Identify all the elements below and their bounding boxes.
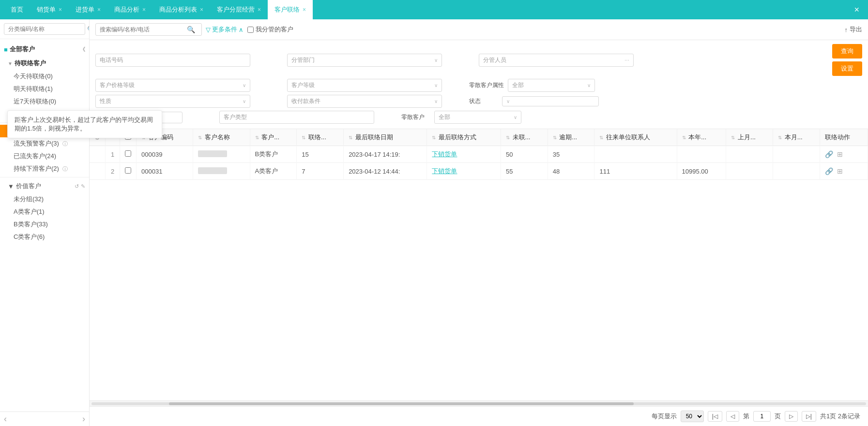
col-last-contact-method[interactable]: ⇅ 最后联络方式 <box>427 129 501 146</box>
manager-filter[interactable]: 分管人员 ··· <box>479 54 634 67</box>
close-window-button[interactable]: × <box>849 5 864 15</box>
row1-grid-icon[interactable]: ⊞ <box>837 150 843 158</box>
class-b-item[interactable]: B类客户(33) <box>0 218 89 231</box>
lost-warning-item[interactable]: 流失预警客户(3) ⓘ <box>0 137 89 150</box>
col-action: 联络动作 <box>820 129 868 146</box>
value-section-arrow-icon: ▼ <box>8 183 14 190</box>
my-customer-check[interactable] <box>247 27 254 33</box>
col-last-contact-date[interactable]: ⇅ 最后联络日期 <box>344 129 427 146</box>
row2-select <box>120 163 137 180</box>
within7-contact-item[interactable]: 近7天待联络(0) <box>0 95 89 108</box>
waiting-contact-section[interactable]: ▼ 待联络客户 <box>0 57 89 70</box>
nav-customer-contact[interactable]: 客户联络 × <box>268 0 313 19</box>
table-row: 2 000031 A类客户 7 2023-04-12 14:44: 下销货单 <box>90 163 868 180</box>
per-page-select[interactable]: 50 <box>681 411 704 422</box>
page-number-input[interactable] <box>753 411 771 422</box>
close-product-analysis-icon[interactable]: × <box>142 6 146 13</box>
class-a-item[interactable]: A类客户(1) <box>0 206 89 218</box>
row2-unit-contact: 111 <box>594 163 677 180</box>
dept-filter[interactable]: 分管部门 ∨ <box>287 54 442 67</box>
filter-row-2: 客户价格等级 ∨ 客户等级 ∨ 零散客户属性 全部 ∨ <box>95 79 862 92</box>
main-search-box[interactable]: 🔍 <box>95 23 202 36</box>
action-buttons: 查询 设置 <box>832 44 862 76</box>
class-c-item[interactable]: C类客户(6) <box>0 231 89 243</box>
nav-home[interactable]: 首页 <box>4 0 30 19</box>
price-level-arrow-icon: ∨ <box>243 83 246 88</box>
continuous-decline-item[interactable]: 持续下滑客户(2) ⓘ <box>0 162 89 175</box>
row2-grid-icon[interactable]: ⊞ <box>837 167 843 175</box>
row1-method-link[interactable]: 下销货单 <box>432 150 457 158</box>
col-last-month[interactable]: ⇅ 上月... <box>726 129 773 146</box>
col-overdue[interactable]: ⇅ 逾期... <box>548 129 594 146</box>
retail-customer-arrow-icon: ∨ <box>514 115 517 120</box>
retail-customer-filter[interactable]: 全部 ∨ <box>434 111 521 124</box>
col-customer-name[interactable]: ⇅ 客户名称 <box>193 129 250 146</box>
sidebar-scroll-right-icon[interactable]: › <box>82 414 85 424</box>
scrollbar-thumb[interactable] <box>169 402 634 405</box>
today-contact-item[interactable]: 今天待联络(0) <box>0 70 89 83</box>
close-purchase-order-icon[interactable]: × <box>97 6 101 13</box>
close-segmentation-icon[interactable]: × <box>258 6 261 13</box>
sidebar-search-input[interactable] <box>4 23 85 35</box>
main-search-input[interactable] <box>100 26 187 33</box>
status-filter[interactable]: ∨ <box>502 96 599 106</box>
col-contact-count[interactable]: ⇅ 联络... <box>297 129 344 146</box>
row2-link-icon[interactable]: 🔗 <box>825 167 833 175</box>
query-button[interactable]: 查询 <box>832 44 862 59</box>
gender-arrow-icon: ∨ <box>243 99 246 104</box>
value-customer-edit-icon[interactable]: ✎ <box>81 183 85 190</box>
next-page-button[interactable]: ▷ <box>785 411 798 422</box>
nav-product-analysis-list[interactable]: 商品分析列表 × <box>152 0 210 19</box>
payment-arrow-icon: ∨ <box>434 99 438 104</box>
row2-method-link[interactable]: 下销货单 <box>432 167 457 175</box>
close-sales-order-icon[interactable]: × <box>59 6 62 13</box>
sort-this-year-icon: ⇅ <box>682 135 686 140</box>
payment-filter[interactable]: 收付款条件 ∨ <box>287 95 442 108</box>
collapse-icon[interactable]: 《 <box>80 46 85 53</box>
row1-link-icon[interactable]: 🔗 <box>825 150 833 158</box>
retail-attr-filter[interactable]: 全部 ∨ <box>508 79 595 92</box>
row1-unit-contact <box>594 146 677 163</box>
sort-type-icon: ⇅ <box>255 135 259 140</box>
row2-last-date: 2023-04-12 14:44: <box>344 163 427 180</box>
all-customers-header[interactable]: ■ 全部客户 《 <box>0 42 89 57</box>
nav-product-analysis[interactable]: 商品分析 × <box>107 0 152 19</box>
first-page-button[interactable]: |◁ <box>708 411 722 422</box>
nav-sales-order[interactable]: 销货单 × <box>30 0 69 19</box>
customer-type-filter[interactable]: 客户类型 <box>219 111 374 124</box>
tomorrow-contact-item[interactable]: 明天待联络(1) <box>0 83 89 95</box>
value-customer-refresh-icon[interactable]: ↺ <box>75 183 79 190</box>
row2-checkbox[interactable] <box>125 167 131 174</box>
sidebar-search-area: 🔍 <box>0 19 89 39</box>
close-product-list-icon[interactable]: × <box>200 6 203 13</box>
row2-last-month <box>726 163 773 180</box>
col-this-year[interactable]: ⇅ 本年... <box>677 129 726 146</box>
value-customer-section[interactable]: ▼ 价值客户 ↺ ✎ <box>0 179 89 193</box>
sort-method-icon: ⇅ <box>432 135 436 140</box>
horizontal-scrollbar[interactable] <box>90 400 868 406</box>
col-customer-type[interactable]: ⇅ 客户... <box>250 129 297 146</box>
sidebar-scroll-left-icon[interactable]: ‹ <box>4 414 7 424</box>
phone-filter[interactable]: 电话号码 <box>95 54 250 67</box>
col-unit-contact[interactable]: ⇅ 往来单位联系人 <box>594 129 677 146</box>
already-lost-item[interactable]: 已流失客户(24) <box>0 150 89 162</box>
customer-level-filter[interactable]: 客户等级 ∨ <box>287 79 442 92</box>
nav-customer-segmentation[interactable]: 客户分层经营 × <box>210 0 268 19</box>
unclassified-item[interactable]: 未分组(32) <box>0 193 89 206</box>
nav-purchase-order[interactable]: 进货单 × <box>69 0 107 19</box>
last-page-button[interactable]: ▷| <box>802 411 816 422</box>
customer-level-arrow-icon: ∨ <box>434 83 438 88</box>
export-button[interactable]: ↑ 导出 <box>845 25 863 34</box>
settings-button[interactable]: 设置 <box>832 61 862 76</box>
more-conditions-toggle[interactable]: ▽ 更多条件 ∧ <box>206 25 244 34</box>
col-uncontact[interactable]: ⇅ 未联... <box>501 129 548 146</box>
prev-page-button[interactable]: ◁ <box>726 411 739 422</box>
price-level-filter[interactable]: 客户价格等级 ∨ <box>95 79 250 92</box>
close-contact-icon[interactable]: × <box>303 6 306 13</box>
my-customer-checkbox[interactable]: 我分管的客户 <box>247 25 293 34</box>
row1-checkbox[interactable] <box>125 150 131 157</box>
main-search-icon[interactable]: 🔍 <box>187 26 195 33</box>
row1-this-year <box>677 146 726 163</box>
col-this-month[interactable]: ⇅ 本月... <box>773 129 820 146</box>
gender-filter[interactable]: 性质 ∨ <box>95 95 250 108</box>
